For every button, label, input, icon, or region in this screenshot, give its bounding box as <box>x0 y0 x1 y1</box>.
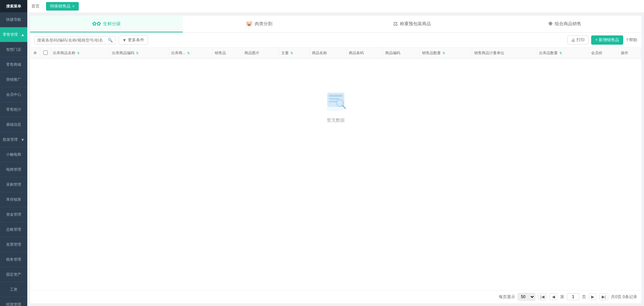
sort-icon: ⇅ <box>290 51 293 55</box>
print-button[interactable]: 🖨 打印 <box>567 35 588 45</box>
sidebar-item-operations[interactable]: 经营管理 <box>0 297 27 306</box>
sidebar-item-label: 快捷导航 <box>6 17 21 22</box>
sidebar-item-smart-store[interactable]: 智慧门店 <box>0 42 27 57</box>
sidebar-item-label: 零售统计 <box>6 107 21 112</box>
pagination: 每页显示 10 20 50 100 |◀ ◀ 第 页 ▶ ▶| 共0页 0条记录 <box>30 290 641 303</box>
tab-scale-prepack-label: 称重预包装商品 <box>400 21 431 27</box>
th-goods-barcode[interactable]: 商品条码 <box>346 48 383 59</box>
th-checkbox[interactable] <box>40 48 50 59</box>
empty-icon <box>322 86 349 113</box>
sidebar-item-retail-mall[interactable]: 零售商城 <box>0 57 27 72</box>
tab-meat-cut-label: 肉类分割 <box>255 21 272 27</box>
sort-icon: ⇅ <box>136 51 139 55</box>
page-size-select[interactable]: 10 20 50 100 <box>518 293 535 301</box>
sidebar-item-label: 资金管理 <box>6 212 21 217</box>
main-content: 首页 / 特殊销售品 ✕ ✿✿ 生鲜分级 🐷 肉类分割 ⚖ 称重预包装商品 ❋ <box>27 0 644 306</box>
sidebar-logo[interactable]: 搜索菜单 <box>0 0 27 12</box>
close-tab-icon[interactable]: ✕ <box>72 4 75 8</box>
tab-fresh-grade[interactable]: ✿✿ 生鲜分级 <box>30 16 183 32</box>
th-outlet-name[interactable]: 出库商品名称 ⇅ <box>50 48 110 59</box>
prev-page-button[interactable]: ◀ <box>550 293 557 300</box>
th-goods-name[interactable]: 商品名称 <box>310 48 347 59</box>
sidebar-item-purchase[interactable]: 采购管理 <box>0 177 27 192</box>
active-tab[interactable]: 特殊销售品 ✕ <box>46 2 79 11</box>
th-sale-unit[interactable]: 销售商品计量单位 <box>472 48 537 59</box>
th-outlet-code[interactable]: 出库商品编码 ⇅ <box>110 48 169 59</box>
sub-tabs: ✿✿ 生鲜分级 🐷 肉类分割 ⚖ 称重预包装商品 ❋ 组合商品销售 <box>30 16 641 33</box>
page-label-after: 页 <box>582 294 586 300</box>
page-number-input[interactable] <box>567 293 579 300</box>
empty-text: 暂无数据 <box>327 117 345 123</box>
th-sale-item[interactable]: 销售品 <box>213 48 242 59</box>
tab-scale-prepack[interactable]: ⚖ 称重预包装商品 <box>336 16 489 32</box>
svg-point-0 <box>326 107 345 111</box>
sidebar-item-finance[interactable]: 资金管理 <box>0 207 27 222</box>
last-page-button[interactable]: ▶| <box>599 293 608 300</box>
first-page-button[interactable]: |◀ <box>538 293 547 300</box>
search-input[interactable] <box>37 38 106 43</box>
filter-label: 更多条件 <box>128 37 144 43</box>
sidebar-item-label: 智慧门店 <box>6 47 21 52</box>
th-image: 商品图片 <box>242 48 279 59</box>
sidebar-item-member[interactable]: 会员中心 <box>0 87 27 102</box>
th-outlet-spec[interactable]: 出库商... ⇅ <box>169 48 213 59</box>
sidebar-item-label: 税务管理 <box>6 257 21 262</box>
select-all-checkbox[interactable] <box>43 50 48 55</box>
breadcrumb-separator: / <box>42 4 43 8</box>
tab-meat-cut[interactable]: 🐷 肉类分割 <box>183 16 335 32</box>
sidebar-item-label: 发票管理 <box>6 242 21 247</box>
th-main[interactable]: 主量 ⇅ <box>279 48 310 59</box>
sidebar-item-inventory[interactable]: 库存核算 <box>0 192 27 207</box>
page-size-label: 每页显示 <box>499 294 515 300</box>
sidebar-item-label: 基础信息 <box>6 122 21 127</box>
search-icon[interactable]: 🔍 <box>108 38 113 43</box>
active-tab-label: 特殊销售品 <box>50 3 71 9</box>
search-box[interactable]: 🔍 <box>34 36 116 44</box>
sidebar-item-label: 会员中心 <box>6 92 21 97</box>
sidebar-item-ecommerce-mgmt[interactable]: 电商管理 <box>0 162 27 177</box>
th-outlet-qty[interactable]: 出库品数量 ⇅ <box>537 48 589 59</box>
tab-fresh-grade-label: 生鲜分级 <box>103 21 121 27</box>
data-table: ⚙ 出库商品名称 ⇅ 出库商品编码 ⇅ 出库商... ⇅ <box>30 48 641 59</box>
print-label: 打印 <box>576 37 585 43</box>
sidebar: 搜索菜单 快捷导航 零售管理 ▲ 智慧门店 零售商城 营销推广 会员中心 零售统… <box>0 0 27 306</box>
meat-cut-icon: 🐷 <box>246 20 253 27</box>
sidebar-item-tax[interactable]: 税务管理 <box>0 252 27 267</box>
help-label: 帮助 <box>629 37 637 43</box>
th-goods-code[interactable]: 商品编码 <box>383 48 420 59</box>
toolbar: 🔍 ▼ 更多条件 🖨 打印 + 新增销售品 ? 帮助 <box>30 33 641 48</box>
sidebar-item-fixed-assets[interactable]: 固定资产 <box>0 267 27 282</box>
sidebar-item-label: 批发管理 <box>3 137 18 142</box>
th-member-price[interactable]: 会员价 <box>589 48 619 59</box>
sidebar-item-label: 电商管理 <box>6 167 21 172</box>
sidebar-item-retail-mgmt[interactable]: 零售管理 ▲ <box>0 27 27 42</box>
sidebar-item-marketing[interactable]: 营销推广 <box>0 72 27 87</box>
sidebar-item-basic-info-1[interactable]: 基础信息 <box>0 117 27 132</box>
chevron-down-icon: ▼ <box>21 138 25 142</box>
th-sale-qty[interactable]: 销售品数量 ⇅ <box>420 48 472 59</box>
sidebar-item-wholesale[interactable]: 批发管理 ▼ <box>0 132 27 147</box>
th-settings[interactable]: ⚙ <box>30 48 40 59</box>
sidebar-item-ledger[interactable]: 总账管理 <box>0 222 27 237</box>
sidebar-item-label: 工资 <box>10 287 17 292</box>
sidebar-item-label: 经营管理 <box>6 302 21 306</box>
toolbar-right: 🖨 打印 + 新增销售品 ? 帮助 <box>567 35 637 45</box>
svg-rect-3 <box>329 98 339 100</box>
tab-combo[interactable]: ❋ 组合商品销售 <box>489 16 641 32</box>
sidebar-item-salary[interactable]: 工资 <box>0 282 27 297</box>
breadcrumb-home[interactable]: 首页 <box>31 3 40 9</box>
new-sale-button[interactable]: + 新增销售品 <box>591 35 623 45</box>
sidebar-item-invoice[interactable]: 发票管理 <box>0 237 27 252</box>
filter-icon: ▼ <box>122 38 126 43</box>
tab-combo-label: 组合商品销售 <box>555 21 581 27</box>
filter-button[interactable]: ▼ 更多条件 <box>119 35 148 45</box>
sidebar-item-retail-stats[interactable]: 零售统计 <box>0 102 27 117</box>
help-button[interactable]: ? 帮助 <box>626 37 637 43</box>
svg-rect-2 <box>329 95 343 97</box>
chevron-icon: ▲ <box>21 33 25 37</box>
sidebar-item-ecommerce-small[interactable]: 小畅电商 <box>0 147 27 162</box>
sort-icon: ⇅ <box>443 51 445 55</box>
svg-point-6 <box>337 100 343 106</box>
sidebar-item-quick-nav[interactable]: 快捷导航 <box>0 12 27 27</box>
next-page-button[interactable]: ▶ <box>589 293 597 300</box>
